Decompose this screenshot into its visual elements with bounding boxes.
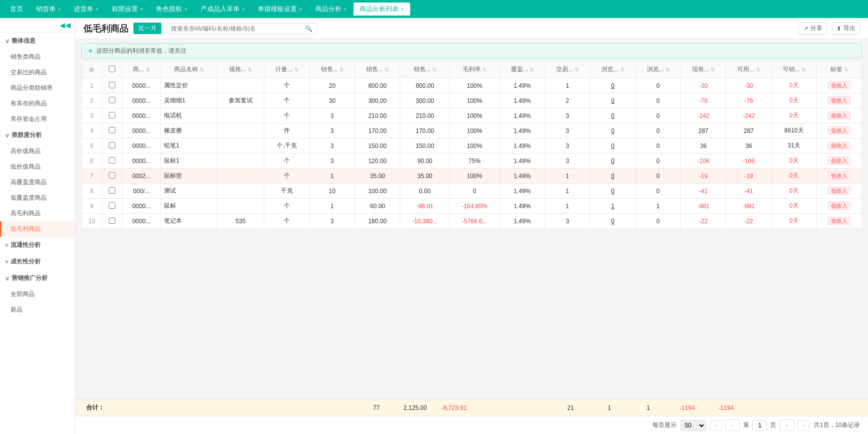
- sidebar-item-有库存的商品[interactable]: 有库存的商品: [0, 96, 75, 111]
- nav-close-icon[interactable]: ×: [343, 6, 346, 12]
- col-header-current_stock[interactable]: 现有... ⇅: [681, 61, 726, 78]
- view-link[interactable]: 1: [611, 203, 615, 210]
- sort-icon-saleable[interactable]: ⇅: [801, 67, 805, 72]
- per-page-select[interactable]: 102050100: [680, 420, 706, 431]
- row-select-checkbox[interactable]: [109, 97, 115, 103]
- row-select-checkbox[interactable]: [109, 187, 115, 194]
- product-name[interactable]: 属性定价: [160, 78, 217, 93]
- sidebar-item-低覆盖度商品[interactable]: 低覆盖度商品: [0, 190, 75, 206]
- view-count-1[interactable]: 0: [590, 154, 635, 169]
- sidebar-group-成长性分析[interactable]: >成长性分析: [0, 253, 75, 270]
- nav-item-进货单[interactable]: 进货单×: [68, 3, 104, 16]
- sidebar-item-低价值商品[interactable]: 低价值商品: [0, 159, 75, 175]
- col-header-name[interactable]: 商品名称 ⇅: [160, 61, 217, 78]
- sort-icon-view1[interactable]: ⇅: [620, 67, 624, 72]
- sort-icon-tag[interactable]: ⇅: [844, 67, 848, 72]
- sidebar-item-高毛利商品[interactable]: 高毛利商品: [0, 206, 75, 221]
- view-link[interactable]: 0: [611, 173, 615, 180]
- sidebar-item-库存资金占用[interactable]: 库存资金占用: [0, 111, 75, 127]
- col-header-view1[interactable]: 浏览... ⇅: [590, 61, 635, 78]
- sidebar-item-商品分类助销率[interactable]: 商品分类助销率: [0, 80, 75, 96]
- sort-icon-current_stock[interactable]: ⇅: [711, 67, 715, 72]
- sidebar-group-类群度分析[interactable]: ∨类群度分析: [0, 127, 75, 143]
- col-header-available[interactable]: 可用... ⇅: [726, 61, 771, 78]
- sidebar-item-高价值商品[interactable]: 高价值商品: [0, 143, 75, 159]
- page-number-input[interactable]: 1: [752, 420, 767, 430]
- sort-icon-trade_count[interactable]: ⇅: [575, 67, 579, 72]
- product-name[interactable]: 鼠标: [160, 199, 217, 214]
- search-input[interactable]: [171, 25, 305, 32]
- nav-item-商品分析列表[interactable]: 商品分析列表×: [354, 3, 410, 16]
- sort-icon-spec[interactable]: ⇅: [248, 67, 252, 72]
- view-link[interactable]: 0: [611, 158, 615, 165]
- sort-icon-available[interactable]: ⇅: [756, 67, 760, 72]
- col-header-tag[interactable]: 标签 ⇅: [817, 61, 862, 78]
- sidebar-item-交易过的商品[interactable]: 交易过的商品: [0, 65, 75, 80]
- col-header-trade_count[interactable]: 交易... ⇅: [545, 61, 590, 78]
- sort-icon-unit[interactable]: ⇅: [294, 67, 298, 72]
- col-header-view2[interactable]: 浏览... ⇅: [635, 61, 680, 78]
- nav-close-icon[interactable]: ×: [401, 6, 404, 12]
- sort-icon-name[interactable]: ⇅: [200, 67, 204, 72]
- sidebar-group-整体信息[interactable]: ∨整体信息: [0, 33, 75, 49]
- col-header-sales_price[interactable]: 销售... ⇅: [355, 61, 400, 78]
- last-page-button[interactable]: »: [797, 420, 810, 430]
- col-header-code[interactable]: 商... ⇅: [122, 61, 161, 78]
- product-name[interactable]: 鼠标1: [160, 154, 217, 169]
- nav-close-icon[interactable]: ×: [184, 6, 187, 12]
- share-button[interactable]: ↗ 分享: [799, 22, 827, 35]
- view-count-1[interactable]: 0: [590, 93, 635, 108]
- nav-item-权限设置[interactable]: 权限设置×: [106, 3, 149, 16]
- view-count-1[interactable]: 0: [590, 214, 635, 229]
- row-select-checkbox[interactable]: [109, 157, 115, 164]
- row-select-checkbox[interactable]: [109, 127, 115, 133]
- sort-icon-code[interactable]: ⇅: [146, 67, 150, 72]
- nav-item-单据模板设置[interactable]: 单据模板设置×: [252, 3, 308, 16]
- view-link[interactable]: 0: [611, 97, 615, 104]
- product-name[interactable]: 电话机: [160, 108, 217, 123]
- sidebar-item-销售类商品[interactable]: 销售类商品: [0, 49, 75, 65]
- view-link[interactable]: 0: [611, 127, 615, 134]
- prev-page-button[interactable]: ＜: [725, 419, 740, 431]
- col-header-sales_amount[interactable]: 销售... ⇅: [400, 61, 450, 78]
- sort-icon-view2[interactable]: ⇅: [665, 67, 669, 72]
- product-name[interactable]: 铅笔1: [160, 138, 217, 154]
- view-link[interactable]: 0: [611, 188, 615, 195]
- view-link[interactable]: 0: [611, 218, 615, 225]
- row-select-checkbox[interactable]: [109, 202, 115, 209]
- col-header-gross_margin[interactable]: 毛利率 ⇅: [450, 61, 500, 78]
- sidebar-item-新品[interactable]: 新品: [0, 302, 75, 318]
- product-name[interactable]: 笔记本: [160, 214, 217, 229]
- view-link[interactable]: 0: [611, 112, 615, 119]
- sort-icon-sales_price[interactable]: ⇅: [385, 67, 389, 72]
- nav-close-icon[interactable]: ×: [58, 6, 61, 12]
- date-filter-button[interactable]: 近一月: [133, 23, 161, 34]
- settings-column-icon[interactable]: ⚙: [89, 66, 94, 73]
- sort-icon-sales_qty[interactable]: ⇅: [339, 67, 343, 72]
- select-all-checkbox[interactable]: [109, 66, 115, 72]
- row-select-checkbox[interactable]: [109, 172, 115, 179]
- row-select-checkbox[interactable]: [109, 142, 115, 149]
- row-select-checkbox[interactable]: [109, 217, 115, 224]
- view-count-1[interactable]: 1: [590, 199, 635, 214]
- row-select-checkbox[interactable]: [109, 112, 115, 118]
- product-name[interactable]: 测试: [160, 184, 217, 199]
- sidebar-item-高覆盖度商品[interactable]: 高覆盖度商品: [0, 175, 75, 190]
- nav-close-icon[interactable]: ×: [95, 6, 98, 12]
- export-button[interactable]: ⬆ 导出: [832, 22, 860, 35]
- sort-icon-coverage[interactable]: ⇅: [530, 67, 534, 72]
- product-name[interactable]: 鼠标垫: [160, 169, 217, 184]
- sidebar-group-流通性分析[interactable]: >流通性分析: [0, 237, 75, 253]
- col-header-spec[interactable]: 规格... ⇅: [217, 61, 264, 78]
- sidebar-item-低毛利商品[interactable]: 低毛利商品: [0, 221, 75, 237]
- view-count-1[interactable]: 0: [590, 184, 635, 199]
- nav-close-icon[interactable]: ×: [242, 6, 245, 12]
- product-name[interactable]: 吴细细1: [160, 93, 217, 108]
- nav-item-首页[interactable]: 首页: [4, 3, 29, 16]
- col-header-unit[interactable]: 计量... ⇅: [264, 61, 309, 78]
- next-page-button[interactable]: ＞: [779, 419, 794, 431]
- view-count-1[interactable]: 0: [590, 108, 635, 123]
- view-count-1[interactable]: 0: [590, 169, 635, 184]
- row-select-checkbox[interactable]: [109, 82, 115, 88]
- nav-item-角色授权[interactable]: 角色授权×: [150, 3, 193, 16]
